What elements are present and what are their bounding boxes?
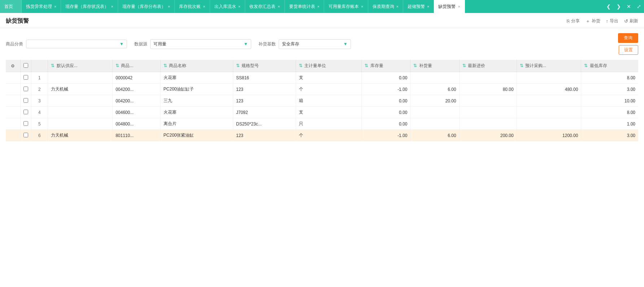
filter-right-actions: 查询 设置 bbox=[618, 33, 638, 55]
category-filter-group: 商品分类 ▼ bbox=[6, 40, 127, 48]
category-label: 商品分类 bbox=[6, 41, 23, 47]
td-checkbox-1 bbox=[20, 84, 31, 95]
tab-batch-account[interactable]: 库存批次账 × bbox=[175, 0, 210, 13]
td-gear-4 bbox=[6, 118, 20, 130]
tab-inout-flow[interactable]: 出入库流水 × bbox=[210, 0, 245, 13]
replenish-base-select[interactable]: 安全库存 ▼ bbox=[279, 39, 351, 49]
td-min-stock-4: 1.00 bbox=[581, 118, 638, 130]
tab-abnormal[interactable]: 拣货异常处理 × bbox=[22, 0, 61, 13]
th-stock[interactable]: ⇅ 库存量 bbox=[362, 60, 410, 72]
close-tab-available-ledger[interactable]: × bbox=[361, 4, 363, 9]
td-latest-price-0 bbox=[459, 72, 517, 84]
tab-inventory-dist[interactable]: 现存量（库存分布表） × bbox=[118, 0, 175, 13]
sort-stock-icon: ⇅ bbox=[365, 63, 368, 68]
td-est-purchase-1: 480.00 bbox=[517, 84, 581, 95]
th-min-stock[interactable]: ⇅ 最低库存 bbox=[581, 60, 638, 72]
td-stock-5: -1.00 bbox=[362, 130, 410, 141]
row-checkbox-2[interactable] bbox=[23, 98, 28, 103]
tab-prev-button[interactable]: ❮ bbox=[604, 0, 614, 13]
table-header-row: ⚙ ⇅ 默认供应... ⇅ 商品... ⇅ bbox=[6, 60, 638, 72]
th-replenish[interactable]: ⇅ 补货量 bbox=[410, 60, 459, 72]
row-checkbox-3[interactable] bbox=[23, 110, 28, 114]
td-stock-2: 0.00 bbox=[362, 95, 410, 107]
table-row: 4 004600... 火花塞 J7092 支 0.00 8.00 bbox=[6, 107, 638, 118]
replenish-base-value: 安全库存 bbox=[282, 41, 299, 47]
refresh-button[interactable]: ↺ 刷新 bbox=[624, 18, 638, 24]
th-latest-price[interactable]: ⇅ 最新进价 bbox=[459, 60, 517, 72]
td-goods-code-3: 004600... bbox=[113, 107, 161, 118]
row-checkbox-5[interactable] bbox=[23, 133, 28, 137]
close-tab-shortage[interactable]: × bbox=[458, 4, 460, 9]
tab-fullscreen-button[interactable]: ⤢ bbox=[634, 0, 644, 13]
replenish-base-label: 补货基数 bbox=[258, 41, 276, 47]
td-spec-5: 123 bbox=[233, 130, 296, 141]
td-goods-code-1: 004200... bbox=[113, 84, 161, 95]
td-goods-code-2: 004200... bbox=[113, 95, 161, 107]
datasource-label: 数据源 bbox=[134, 41, 147, 47]
td-spec-3: J7092 bbox=[233, 107, 296, 118]
tab-close-window-button[interactable]: ✕ bbox=[624, 0, 634, 13]
tab-inventory-status[interactable]: 现存量（库存状况表） × bbox=[61, 0, 118, 13]
share-button[interactable]: ⎘ 分享 bbox=[567, 18, 580, 24]
td-replenish-3 bbox=[410, 107, 459, 118]
tab-expiry-query[interactable]: 保质期查询 × bbox=[368, 0, 403, 13]
td-supplier-1: 力天机械 bbox=[48, 84, 113, 95]
td-gear-1 bbox=[6, 84, 20, 95]
row-checkbox-0[interactable] bbox=[23, 75, 28, 80]
close-tab-inout-flow[interactable]: × bbox=[238, 4, 240, 9]
tab-home[interactable]: 首页 bbox=[0, 0, 22, 13]
close-tab-expiry-query[interactable]: × bbox=[396, 4, 399, 9]
sort-est-purchase-icon: ⇅ bbox=[520, 63, 523, 68]
th-gear[interactable]: ⚙ bbox=[6, 60, 20, 72]
tab-bar: 首页 拣货异常处理 × 现存量（库存状况表） × 现存量（库存分布表） × 库存… bbox=[0, 0, 644, 13]
close-tab-collect-summary[interactable]: × bbox=[278, 4, 280, 9]
tab-shortage[interactable]: 缺货预警 × bbox=[434, 0, 465, 13]
td-replenish-5: 6.00 bbox=[410, 130, 459, 141]
td-latest-price-2 bbox=[459, 95, 517, 107]
close-tab-order-stats[interactable]: × bbox=[317, 4, 319, 9]
th-num bbox=[31, 60, 48, 72]
export-button[interactable]: ↑ 导出 bbox=[606, 18, 619, 24]
th-unit[interactable]: ⇅ 主计量单位 bbox=[296, 60, 362, 72]
th-goods-code[interactable]: ⇅ 商品... bbox=[113, 60, 161, 72]
page-title: 缺货预警 bbox=[6, 17, 29, 25]
th-goods-name[interactable]: ⇅ 商品名称 bbox=[160, 60, 233, 72]
close-tab-inventory-dist[interactable]: × bbox=[168, 4, 170, 9]
query-button[interactable]: 查询 bbox=[618, 33, 638, 43]
tab-order-stats[interactable]: 要货单统计表 × bbox=[285, 0, 324, 13]
sort-goods-code-icon: ⇅ bbox=[116, 63, 119, 68]
row-checkbox-4[interactable] bbox=[23, 121, 28, 126]
query-btn-row: 查询 bbox=[618, 33, 638, 43]
table-row: 1 0000042 火花塞 SS816 支 0.00 8.00 bbox=[6, 72, 638, 84]
row-checkbox-1[interactable] bbox=[23, 87, 28, 91]
th-checkbox bbox=[20, 60, 31, 72]
th-supplier[interactable]: ⇅ 默认供应... bbox=[48, 60, 113, 72]
setting-button[interactable]: 设置 bbox=[619, 45, 638, 55]
datasource-select[interactable]: 可用量 ▼ bbox=[150, 39, 251, 49]
th-spec[interactable]: ⇅ 规格型号 bbox=[233, 60, 296, 72]
close-tab-abnormal[interactable]: × bbox=[54, 4, 56, 9]
td-num-0: 1 bbox=[31, 72, 48, 84]
th-est-purchase[interactable]: ⇅ 预计采购... bbox=[517, 60, 581, 72]
tab-next-button[interactable]: ❯ bbox=[614, 0, 624, 13]
table-row: 2 力天机械 004200... PC200油缸缸子 123 个 -1.00 6… bbox=[6, 84, 638, 95]
td-unit-5: 个 bbox=[296, 130, 362, 141]
tab-collect-summary[interactable]: 收发存汇总表 × bbox=[245, 0, 284, 13]
td-num-5: 6 bbox=[31, 130, 48, 141]
select-all-checkbox[interactable] bbox=[23, 63, 28, 68]
close-tab-overstock[interactable]: × bbox=[427, 4, 429, 9]
replenish-base-arrow-icon: ▼ bbox=[343, 41, 348, 47]
replenish-button[interactable]: ＋ 补货 bbox=[586, 18, 600, 25]
td-est-purchase-2 bbox=[517, 95, 581, 107]
refresh-icon: ↺ bbox=[624, 18, 628, 24]
category-select[interactable]: ▼ bbox=[26, 40, 127, 48]
close-tab-inventory-status[interactable]: × bbox=[111, 4, 113, 9]
table-container: ⚙ ⇅ 默认供应... ⇅ 商品... ⇅ bbox=[0, 60, 644, 141]
tab-available-ledger[interactable]: 可用量库存账本 × bbox=[324, 0, 368, 13]
td-est-purchase-5: 1200.00 bbox=[517, 130, 581, 141]
td-goods-code-5: 801110... bbox=[113, 130, 161, 141]
tab-overstock[interactable]: 超储预警 × bbox=[403, 0, 434, 13]
td-goods-name-1: PC200油缸缸子 bbox=[160, 84, 233, 95]
data-table: ⚙ ⇅ 默认供应... ⇅ 商品... ⇅ bbox=[6, 60, 638, 141]
close-tab-batch-account[interactable]: × bbox=[203, 4, 205, 9]
